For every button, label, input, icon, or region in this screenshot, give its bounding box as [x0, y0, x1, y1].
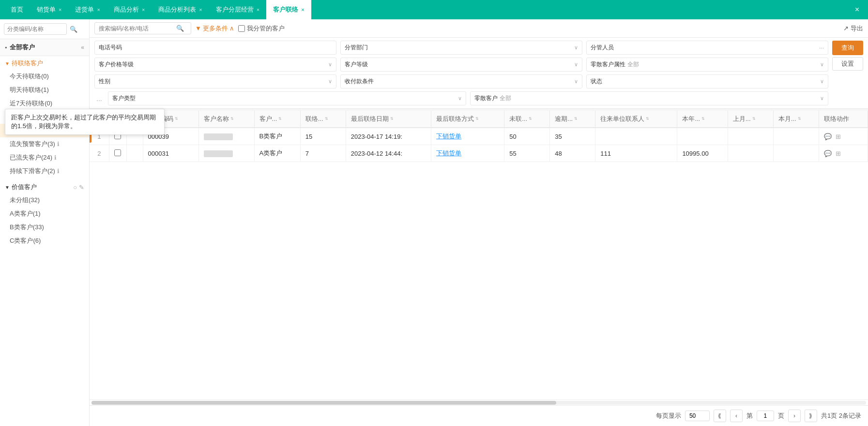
not-contacted-label: 未联... [509, 115, 527, 123]
row2-link[interactable]: 下销货单 [436, 149, 461, 157]
filter-status[interactable]: 状态 ∨ [586, 74, 828, 88]
this-year-label: 本年... [682, 115, 700, 123]
filter-row-3: 性别 ∨ 收付款条件 ∨ 状态 ∨ [94, 74, 828, 88]
my-customer-checkbox-area[interactable]: 我分管的客户 [238, 24, 285, 33]
last-contact-method-sort-icon: ⇅ [475, 117, 479, 121]
sidebar-search-input[interactable] [4, 23, 67, 35]
last-page-btn[interactable]: ⟫ [805, 410, 817, 422]
product-analysis-list-tab-close[interactable]: × [199, 7, 202, 13]
sales-tab-close[interactable]: × [59, 7, 61, 13]
my-customer-checkbox[interactable] [238, 25, 245, 32]
class-a-label: A类客户(1) [10, 210, 41, 217]
customer-level-arrow: ∨ [574, 61, 578, 68]
retail-customer-arrow: ∨ [820, 95, 824, 102]
customer-type-sort-icon: ⇅ [278, 117, 282, 121]
sidebar-item-7days-label: 近7天待联络(0) [10, 100, 52, 107]
sidebar-item-class-b[interactable]: B类客户(33) [0, 220, 89, 234]
filter-phone[interactable]: 电话号码 [94, 41, 336, 55]
horizontal-scrollbar[interactable] [90, 399, 868, 405]
sidebar-item-ungroup[interactable]: 未分组(32) [0, 193, 89, 207]
query-button[interactable]: 查询 [832, 41, 863, 55]
col-last-contact-date: 最后联络日期 ⇅ [346, 111, 431, 128]
sidebar-item-today[interactable]: 今天待联络(0) [0, 70, 89, 83]
group2-circle-icon[interactable]: ○ [73, 184, 77, 191]
lost-warning-info-icon[interactable]: ℹ [57, 141, 60, 147]
customer-tier-tab-close[interactable]: × [257, 7, 259, 13]
settings-button[interactable]: 设置 [832, 57, 863, 71]
product-analysis-tab-close[interactable]: × [142, 7, 145, 13]
nav-tab-purchase[interactable]: 进货单 × [68, 0, 107, 19]
page-label: 第 [746, 411, 753, 420]
row1-last-contact-date: 2023-04-17 14:19: [346, 128, 431, 145]
sidebar-item-declining[interactable]: 持续下滑客户(2) ℹ [0, 164, 89, 178]
filter-retail-attr[interactable]: 零散客户属性 全部 ∨ [586, 58, 828, 72]
col-contact-action: 联络动作 [819, 111, 868, 128]
table-row: 1 000039 B类客户 15 2023-04-17 14:19: 下销货单 … [90, 128, 868, 145]
filter-gender[interactable]: 性别 ∨ [94, 74, 336, 88]
filter-search-input[interactable] [99, 25, 176, 32]
sidebar-item-lost-warning[interactable]: 流失预警客户(3) ℹ [0, 137, 89, 151]
declining-info-icon[interactable]: ℹ [57, 168, 60, 175]
sidebar-item-7days[interactable]: 近7天待联络(0) [0, 97, 89, 110]
class-c-label: C类客户(6) [10, 237, 41, 244]
filter-retail-customer[interactable]: 零散客户 全部 ∨ [470, 91, 828, 105]
sidebar-item-tomorrow[interactable]: 明天待联络(1) [0, 83, 89, 97]
nav-tab-home[interactable]: 首页 [4, 0, 30, 19]
purchase-tab-close[interactable]: × [97, 7, 100, 13]
already-lost-info-icon[interactable]: ℹ [54, 154, 57, 161]
filter-dept[interactable]: 分管部门 ∨ [340, 41, 582, 55]
filter-person[interactable]: 分管人员 ··· [586, 41, 828, 55]
col-last-contact-method: 最后联络方式 ⇅ [431, 111, 504, 128]
sidebar-item-already-lost[interactable]: 已流失客户(24) ℹ [0, 151, 89, 164]
col-last-month: 上月... ⇅ [728, 111, 773, 128]
customer-contact-tab-close[interactable]: × [301, 7, 304, 13]
row2-action-icons: 💬 ⊞ [824, 150, 863, 157]
sidebar-group2-value-customers[interactable]: ▼ 价值客户 ○ ✎ [0, 180, 89, 193]
nav-tab-product-analysis[interactable]: 商品分析 × [107, 0, 152, 19]
nav-tab-customer-tier[interactable]: 客户分层经营 × [209, 0, 266, 19]
sidebar-collapse-btn[interactable]: « [81, 44, 84, 51]
row1-chat-icon[interactable]: 💬 [824, 133, 832, 140]
contact-count-label: 联络... [305, 115, 323, 123]
pagination-bar: 每页显示 50 10 20 100 ⟪ ‹ 第 页 › ⟫ 共1页 2条记录 [90, 405, 868, 426]
customer-name-label: 客户名称 [204, 115, 229, 123]
filter-price-level[interactable]: 客户价格等级 ∨ [94, 58, 336, 72]
group2-title: 价值客户 [12, 183, 37, 191]
window-close-button[interactable]: × [850, 5, 864, 14]
filter-customer-level[interactable]: 客户等级 ∨ [340, 58, 582, 72]
nav-tab-product-analysis-list[interactable]: 商品分析列表 × [152, 0, 209, 19]
filter-customer-type[interactable]: 客户类型 ∨ [108, 91, 466, 105]
nav-tab-sales[interactable]: 销货单 × [30, 0, 68, 19]
sidebar-group-pending[interactable]: ▼ 待联络客户 [0, 56, 89, 70]
row2-chat-icon[interactable]: 💬 [824, 150, 832, 157]
scrollbar-thumb[interactable] [91, 401, 556, 405]
person-dots[interactable]: ··· [819, 44, 824, 51]
row1-grid-icon[interactable]: ⊞ [836, 133, 841, 140]
nav-tab-customer-contact[interactable]: 客户联络 × [266, 0, 311, 19]
row2-checkbox-input[interactable] [114, 149, 121, 156]
row2-checkbox [109, 145, 126, 162]
group2-edit-icon[interactable]: ✎ [79, 184, 84, 191]
more-conditions-btn[interactable]: ▼ 更多条件 ∧ [195, 24, 234, 33]
sidebar-search-icon[interactable]: 🔍 [70, 26, 77, 33]
page-size-select[interactable]: 50 10 20 100 [685, 411, 710, 421]
filter-search-icon[interactable]: 🔍 [176, 25, 184, 32]
row1-link[interactable]: 下销货单 [436, 132, 461, 140]
row2-grid-icon[interactable]: ⊞ [836, 150, 841, 157]
export-btn[interactable]: ↗ 导出 [843, 24, 863, 33]
tooltip-box: 距客户上次交易时长，超过了此客户的平均交易周期的1.5倍，则视为异常。 [5, 109, 165, 135]
sidebar-all-customers[interactable]: ▪ 全部客户 « [0, 39, 89, 56]
next-page-btn[interactable]: › [788, 410, 801, 422]
prev-page-btn[interactable]: ‹ [730, 410, 743, 422]
first-page-btn[interactable]: ⟪ [714, 410, 726, 422]
filter-search-box[interactable]: 🔍 [94, 22, 191, 34]
filter-payment[interactable]: 收付款条件 ∨ [340, 74, 582, 88]
page-number-input[interactable] [757, 411, 774, 421]
sidebar-item-class-a[interactable]: A类客户(1) [0, 207, 89, 220]
retail-customer-label: 零散客户 [474, 94, 498, 103]
retail-customer-value: 全部 [500, 94, 820, 103]
lost-warning-label: 流失预警客户(3) [10, 140, 55, 148]
sidebar-item-class-c[interactable]: C类客户(6) [0, 234, 89, 248]
filter-dots[interactable]: ... [94, 95, 104, 103]
this-year-sort-icon: ⇅ [701, 117, 705, 121]
